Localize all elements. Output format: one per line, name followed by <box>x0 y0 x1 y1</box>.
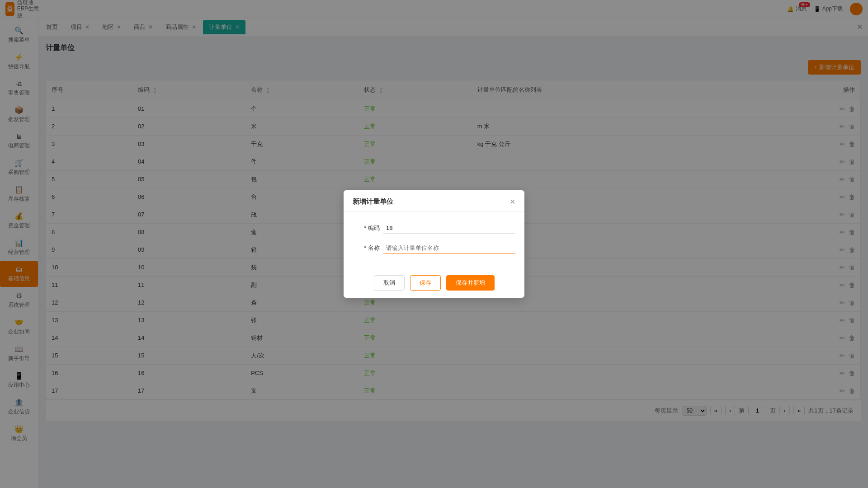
modal-body: * 编码 * 名称 <box>344 212 524 270</box>
modal-footer: 取消 保存 保存并新增 <box>344 270 524 298</box>
code-field-row: * 编码 <box>353 223 515 234</box>
code-label: * 编码 <box>353 224 380 232</box>
cancel-button[interactable]: 取消 <box>374 275 405 291</box>
modal-title: 新增计量单位 <box>353 197 393 206</box>
add-unit-modal: 新增计量单位 ✕ * 编码 * 名称 取消 保存 保存并新增 <box>344 190 524 298</box>
name-input[interactable] <box>383 243 515 253</box>
code-input[interactable] <box>383 223 515 234</box>
modal-overlay[interactable]: 新增计量单位 ✕ * 编码 * 名称 取消 保存 保存并新增 <box>0 0 868 488</box>
name-label: * 名称 <box>353 244 380 252</box>
save-button[interactable]: 保存 <box>410 275 441 291</box>
save-and-new-button[interactable]: 保存并新增 <box>446 275 495 291</box>
modal-close-button[interactable]: ✕ <box>509 197 515 206</box>
name-field-row: * 名称 <box>353 243 515 253</box>
modal-header: 新增计量单位 ✕ <box>344 190 524 212</box>
